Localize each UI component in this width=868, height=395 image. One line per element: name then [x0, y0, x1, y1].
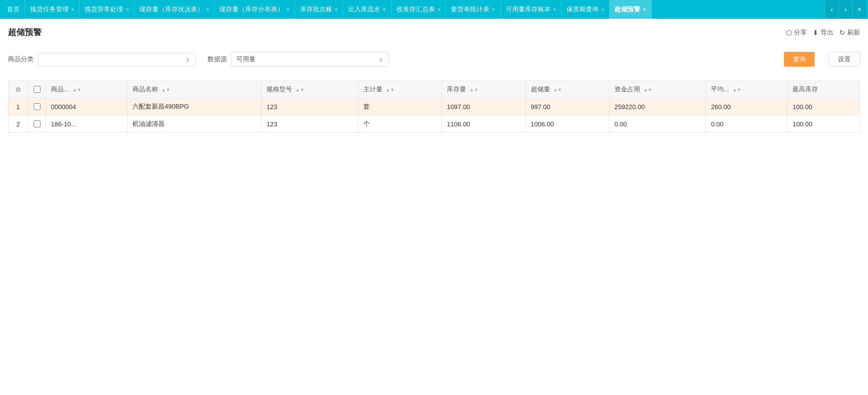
row-product-name: 机油滤清器 — [128, 116, 261, 133]
nav-item-requisition[interactable]: 要货单统计表 × — [446, 0, 500, 19]
settings-button[interactable]: 设置 — [828, 52, 860, 67]
page-header: 超储预警 ⬡ 分享 ⬇ 导出 ↻ 刷新 — [8, 27, 860, 38]
row-capital: 0.00 — [609, 116, 705, 133]
row-stock: 1106.00 — [442, 116, 525, 133]
page-content: 超储预警 ⬡ 分享 ⬇ 导出 ↻ 刷新 商品分类 ∨ 数据源 — [0, 19, 868, 395]
col-header-gear: ⚙ — [8, 81, 28, 98]
nav-item-inventory-dist[interactable]: 现存量（库存分布表） × — [215, 0, 295, 19]
row-max-stock: 100.00 — [787, 98, 860, 116]
nav-item-expiry[interactable]: 保质期查询 × — [562, 0, 609, 19]
export-button[interactable]: ⬇ 导出 — [813, 28, 833, 37]
nav-close-all-button[interactable]: × — [852, 0, 866, 19]
close-icon[interactable]: × — [492, 6, 495, 12]
col-header-max-stock[interactable]: 最高库存 — [787, 81, 860, 98]
row-unit: 套 — [358, 98, 441, 116]
sort-icon: ▲▼ — [733, 87, 741, 92]
sort-icon: ▲▼ — [470, 87, 478, 92]
nav-item-inout-flow[interactable]: 出入库流水 × — [343, 0, 391, 19]
row-seq: 1 — [8, 98, 28, 116]
row-avg: 260.00 — [706, 98, 787, 116]
sort-icon: ▲▼ — [72, 87, 81, 92]
nav-label-overstock: 超储预警 — [614, 5, 640, 14]
category-select[interactable]: ∨ — [38, 53, 196, 66]
close-icon[interactable]: × — [553, 6, 556, 12]
col-label-overstock: 超储量 — [531, 85, 550, 93]
row-product-code: 0000004 — [46, 98, 128, 116]
nav-label-summary: 收发存汇总表 — [396, 5, 435, 14]
col-header-stock[interactable]: 库存量 ▲▼ — [442, 81, 525, 98]
nav-item-inventory-status[interactable]: 现存量（库存状况表） × — [134, 0, 215, 19]
gear-icon[interactable]: ⚙ — [13, 86, 23, 93]
nav-item-summary[interactable]: 收发存汇总表 × — [391, 0, 446, 19]
col-header-checkbox — [28, 81, 46, 98]
close-icon[interactable]: × — [71, 6, 74, 12]
close-icon[interactable]: × — [601, 6, 604, 12]
nav-next-button[interactable]: › — [838, 0, 852, 19]
nav-label-inventory-dist: 现存量（库存分布表） — [219, 5, 284, 14]
nav-item-pick-task[interactable]: 拣货任务管理 × — [25, 0, 80, 19]
nav-item-pick-exception[interactable]: 拣货异常处理 × — [80, 0, 134, 19]
nav-item-available[interactable]: 可用量库存账本 × — [501, 0, 562, 19]
col-label-spec: 规格型号 — [266, 85, 292, 93]
refresh-icon: ↻ — [839, 29, 845, 37]
nav-label-batch: 库存批次账 — [300, 5, 332, 14]
export-icon: ⬇ — [813, 29, 819, 37]
row-checkbox[interactable] — [34, 103, 41, 110]
datasource-select[interactable]: 可用量 ∨ — [231, 52, 389, 67]
row-overstock: 997.00 — [525, 98, 609, 116]
close-icon[interactable]: × — [286, 6, 289, 12]
sort-icon: ▲▼ — [553, 87, 562, 92]
select-all-checkbox[interactable] — [34, 86, 41, 93]
refresh-button[interactable]: ↻ 刷新 — [839, 28, 860, 37]
datasource-select-value: 可用量 — [236, 55, 256, 64]
close-icon[interactable]: × — [206, 6, 209, 12]
nav-label-pick-exception: 拣货异常处理 — [85, 5, 123, 14]
row-max-stock: 100.00 — [787, 116, 860, 133]
row-seq: 2 — [8, 116, 28, 133]
nav-prev-button[interactable]: ‹ — [825, 0, 838, 19]
close-icon[interactable]: × — [643, 6, 646, 12]
table-body: 1 0000004 六配套新昌490BPG 123 套 1097.00 997.… — [8, 98, 860, 133]
col-header-product-code[interactable]: 商品... ▲▼ — [46, 81, 128, 98]
row-product-name: 六配套新昌490BPG — [128, 98, 261, 116]
export-label: 导出 — [821, 28, 833, 37]
nav-arrows: ‹ › × — [825, 0, 866, 19]
row-stock: 1097.00 — [442, 98, 525, 116]
col-header-product-name[interactable]: 商品名称 ▲▼ — [128, 81, 261, 98]
category-filter-group: 商品分类 ∨ — [8, 53, 196, 66]
col-header-capital[interactable]: 资金占用 ▲▼ — [609, 81, 705, 98]
nav-item-batch[interactable]: 库存批次账 × — [295, 0, 343, 19]
table-header: ⚙ 商品... ▲▼ 商品名称 ▲▼ 规格型号 ▲▼ — [8, 81, 860, 98]
filter-area: 商品分类 ∨ 数据源 可用量 ∨ 查询 设置 — [8, 46, 860, 73]
close-icon[interactable]: × — [437, 6, 440, 12]
nav-bar: 首页 拣货任务管理 × 拣货异常处理 × 现存量（库存状况表） × 现存量（库存… — [0, 0, 868, 19]
sort-icon: ▲▼ — [386, 87, 394, 92]
query-button[interactable]: 查询 — [784, 52, 815, 67]
col-header-avg[interactable]: 平均... ▲▼ — [706, 81, 787, 98]
nav-item-overstock[interactable]: 超储预警 × — [609, 0, 651, 19]
nav-label-requisition: 要货单统计表 — [451, 5, 489, 14]
table-row: 1 0000004 六配套新昌490BPG 123 套 1097.00 997.… — [8, 98, 860, 116]
chevron-down-icon: ∨ — [379, 56, 384, 63]
category-filter-label: 商品分类 — [8, 55, 34, 64]
col-header-unit[interactable]: 主计量 ▲▼ — [358, 81, 441, 98]
col-label-unit: 主计量 — [363, 85, 383, 93]
col-label-capital: 资金占用 — [614, 85, 640, 93]
nav-item-home[interactable]: 首页 — [2, 0, 25, 19]
close-icon[interactable]: × — [126, 6, 129, 12]
page-title: 超储预警 — [8, 27, 42, 38]
nav-label-pick-task: 拣货任务管理 — [30, 5, 69, 14]
col-header-overstock[interactable]: 超储量 ▲▼ — [525, 81, 609, 98]
table-row: 2 186-10... 机油滤清器 123 个 1106.00 1006.00 … — [8, 116, 860, 133]
share-button[interactable]: ⬡ 分享 — [786, 28, 807, 37]
col-header-spec[interactable]: 规格型号 ▲▼ — [261, 81, 358, 98]
row-checkbox[interactable] — [34, 120, 41, 127]
col-label-stock: 库存量 — [447, 85, 466, 93]
share-label: 分享 — [794, 28, 807, 37]
close-icon[interactable]: × — [335, 6, 338, 12]
row-spec: 123 — [261, 116, 358, 133]
close-icon[interactable]: × — [383, 6, 386, 12]
col-label-max-stock: 最高库存 — [792, 85, 818, 93]
datasource-filter-group: 数据源 可用量 ∨ — [208, 52, 389, 67]
datasource-filter-label: 数据源 — [208, 55, 227, 64]
